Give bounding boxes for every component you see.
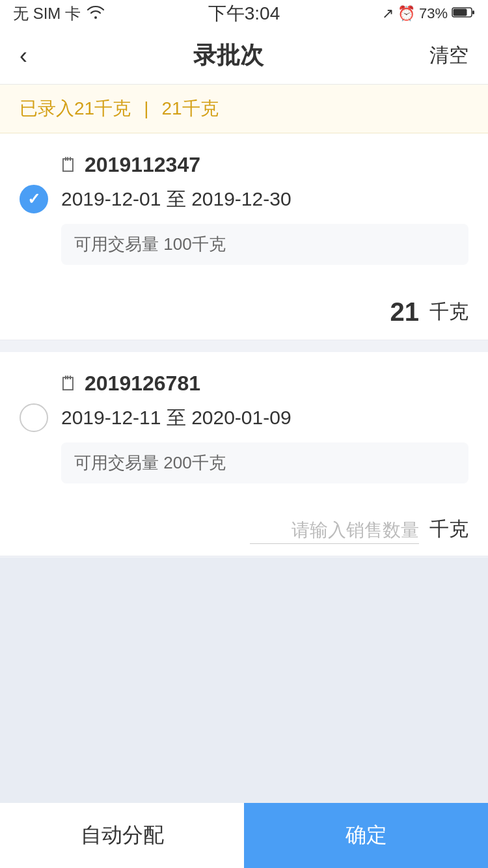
recorded-value: 21千克 (161, 96, 218, 121)
batch-id-row-2: 🗒 2019126781 (20, 372, 468, 396)
status-bar: 无 SIM 卡 下午3:04 ↗ ⏰ 73% (0, 0, 488, 27)
batch-available-2: 可用交易量 200千克 (61, 442, 468, 483)
status-time: 下午3:04 (208, 1, 280, 26)
nav-bar: ‹ 录批次 清空 (0, 27, 488, 85)
carrier-text: 无 SIM 卡 (13, 3, 81, 24)
batch-card-1-inner: 🗒 2019112347 2019-12-01 至 2019-12-30 可用交… (0, 133, 488, 284)
clear-button[interactable]: 清空 (429, 42, 468, 69)
status-right: ↗ ⏰ 73% (382, 5, 475, 22)
batch-doc-icon-1: 🗒 (59, 154, 78, 176)
wifi-icon (86, 5, 105, 23)
svg-rect-1 (454, 9, 467, 16)
batch-date-row-2[interactable]: 2019-12-11 至 2020-01-09 (20, 403, 468, 432)
battery-icon (452, 5, 475, 22)
quantity-unit-2: 千克 (429, 516, 468, 543)
info-banner: 已录入21千克 | 21千克 (0, 85, 488, 133)
quantity-row-2: 千克 (0, 503, 488, 556)
back-button[interactable]: ‹ (20, 42, 27, 70)
batch-available-1: 可用交易量 100千克 (61, 224, 468, 265)
banner-divider: | (144, 98, 148, 119)
location-icon: ↗ (382, 5, 394, 22)
batch-id-1: 2019112347 (85, 153, 200, 177)
quantity-row-1: 21 千克 (0, 284, 488, 340)
batch-id-2: 2019126781 (85, 372, 200, 396)
status-left: 无 SIM 卡 (13, 3, 105, 24)
batch-date-row-1[interactable]: 2019-12-01 至 2019-12-30 (20, 185, 468, 213)
batch-id-row-1: 🗒 2019112347 (20, 153, 468, 177)
batch-card-1: 🗒 2019112347 2019-12-01 至 2019-12-30 可用交… (0, 133, 488, 340)
auto-distribute-button[interactable]: 自动分配 (0, 803, 244, 868)
batch-doc-icon-2: 🗒 (59, 373, 78, 395)
batch-card-2-inner: 🗒 2019126781 2019-12-11 至 2020-01-09 可用交… (0, 352, 488, 503)
recorded-label: 已录入21千克 (20, 96, 131, 121)
radio-1[interactable] (20, 185, 48, 213)
page-title: 录批次 (193, 40, 264, 72)
main-content: 已录入21千克 | 21千克 🗒 2019112347 2019-12-01 至… (0, 85, 488, 844)
battery-percent: 73% (419, 5, 448, 22)
input-underline-2 (250, 543, 419, 544)
batch-card-2: 🗒 2019126781 2019-12-11 至 2020-01-09 可用交… (0, 352, 488, 556)
quantity-input-2[interactable] (224, 517, 419, 541)
radio-2[interactable] (20, 403, 48, 432)
card-separator (0, 342, 488, 352)
bottom-bar: 自动分配 确定 (0, 803, 488, 868)
alarm-icon: ⏰ (398, 5, 415, 22)
batch-date-2: 2019-12-11 至 2020-01-09 (61, 405, 291, 431)
svg-rect-2 (472, 10, 474, 14)
empty-area (0, 558, 488, 844)
quantity-unit-1: 千克 (429, 299, 468, 325)
batch-date-1: 2019-12-01 至 2019-12-30 (61, 186, 291, 213)
quantity-input-container-2 (20, 517, 419, 541)
quantity-value-1: 21 (390, 297, 420, 327)
confirm-button[interactable]: 确定 (244, 803, 488, 868)
